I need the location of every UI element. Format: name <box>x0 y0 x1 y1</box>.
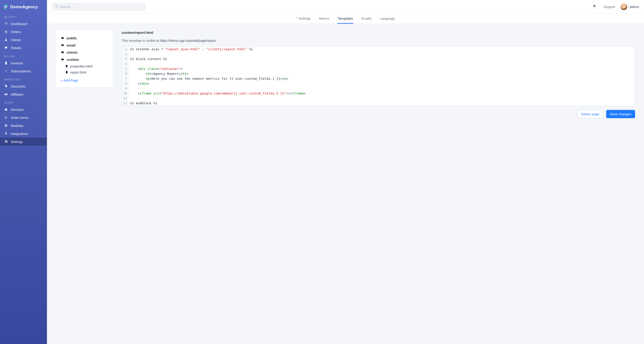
list-icon <box>4 115 8 119</box>
file-icon <box>65 64 68 68</box>
tab-label: Emails <box>361 16 372 20</box>
sidebar-item-modules[interactable]: Modules <box>0 121 47 130</box>
nav-label: Discounts <box>11 84 26 88</box>
section-label-billing: BILLING <box>0 52 47 59</box>
code-editor[interactable]: 1{% extends ajax ? "layout_ajax.html" : … <box>122 46 635 106</box>
tag-icon <box>4 84 8 88</box>
refresh-icon <box>4 69 8 73</box>
nav-label: Tickets <box>11 46 21 50</box>
sidebar: DemoAgency ACTIVITY Dashboard Orders Cli… <box>0 0 47 344</box>
visible-url[interactable]: https://demo.spp.io/portal/page/report <box>160 39 216 42</box>
document-icon <box>4 61 8 65</box>
tab-menus[interactable]: Menus <box>319 14 330 24</box>
sidebar-item-settings[interactable]: Settings <box>0 138 47 146</box>
sidebar-item-clients[interactable]: Clients <box>0 36 47 44</box>
code-line[interactable]: <div class="container"> <box>128 66 635 71</box>
gear-icon <box>4 140 8 144</box>
tab-language[interactable]: Language <box>380 14 395 24</box>
tab-emails[interactable]: Emails <box>361 14 372 24</box>
search-input[interactable] <box>60 5 143 9</box>
nav-label: Affiliates <box>11 92 23 96</box>
user-icon <box>4 38 8 42</box>
code-line[interactable]: <p>Here you can see the newest metrics f… <box>128 76 635 81</box>
user-menu[interactable]: Admin <box>620 3 639 10</box>
cart-icon <box>4 30 8 34</box>
line-number: 6 <box>122 71 128 76</box>
code-line[interactable]: </div> <box>128 81 635 86</box>
code-line[interactable] <box>128 86 635 91</box>
file-label: report.html <box>70 70 86 74</box>
code-line[interactable]: <h1>Agency Report</h1> <box>128 71 635 76</box>
sidebar-item-tickets[interactable]: Tickets <box>0 44 47 52</box>
sidebar-item-integrations[interactable]: Integrations <box>0 130 47 138</box>
sidebar-item-affiliates[interactable]: Affiliates <box>0 90 47 98</box>
code-line[interactable] <box>128 52 635 56</box>
template-visible-note: This template is visible at https://demo… <box>122 39 635 42</box>
folder-label: custom <box>67 58 79 62</box>
sidebar-item-discounts[interactable]: Discounts <box>0 82 47 90</box>
section-label-setup: SETUP <box>0 98 47 105</box>
line-number: 5 <box>122 66 128 71</box>
folder-custom[interactable]: custom <box>61 56 108 63</box>
line-number: 8 <box>122 81 128 86</box>
nav-label: Services <box>11 108 24 111</box>
brand-logo-icon <box>4 5 8 9</box>
line-number: 7 <box>122 76 128 81</box>
section-label-activity: ACTIVITY <box>0 12 47 20</box>
folder-clients[interactable]: clients <box>61 49 108 56</box>
sidebar-item-dashboard[interactable]: Dashboard <box>0 20 47 28</box>
tachometer-icon <box>4 22 8 26</box>
plug-icon <box>4 132 8 136</box>
code-line[interactable]: <iframe src="https://datastudio.google.c… <box>128 91 635 96</box>
nav-label: Invoices <box>11 61 23 65</box>
line-number: 9 <box>122 86 128 91</box>
template-path: custom/report.html <box>122 30 635 35</box>
code-line[interactable]: {% block content %} <box>128 56 635 61</box>
add-page-button[interactable]: + Add Page <box>61 75 108 82</box>
delete-page-button[interactable]: Delete page <box>577 110 603 118</box>
nav-label: Modules <box>11 124 24 128</box>
editor-actions: Delete page Save changes <box>122 110 635 118</box>
save-changes-button[interactable]: Save changes <box>606 110 635 118</box>
folder-email[interactable]: email <box>61 42 108 49</box>
support-link[interactable]: Support <box>601 3 618 10</box>
notifications-button[interactable] <box>590 3 598 10</box>
file-report[interactable]: report.html <box>61 69 108 75</box>
sidebar-item-invoices[interactable]: Invoices <box>0 59 47 67</box>
handshake-icon <box>4 92 8 96</box>
nav-label: Order forms <box>11 116 28 119</box>
line-number: 2 <box>122 52 128 56</box>
code-line[interactable] <box>128 61 635 66</box>
chevron-left-icon: › <box>296 16 297 20</box>
sidebar-item-orders[interactable]: Orders <box>0 28 47 36</box>
search-box[interactable] <box>52 3 146 11</box>
tab-back-settings[interactable]: ›Settings <box>296 14 311 24</box>
folder-public[interactable]: public <box>61 35 108 42</box>
folder-icon <box>61 43 64 47</box>
folder-label: clients <box>67 50 78 54</box>
folder-icon <box>61 51 64 54</box>
nav-label: Dashboard <box>11 22 27 26</box>
sidebar-item-subscriptions[interactable]: Subscriptions <box>0 67 47 75</box>
brand[interactable]: DemoAgency <box>0 3 47 12</box>
sidebar-item-order-forms[interactable]: Order forms <box>0 113 47 121</box>
chat-icon <box>4 46 8 50</box>
tab-templates[interactable]: Templates <box>337 14 353 24</box>
visible-prefix: This template is visible at <box>122 39 160 42</box>
nav-label: Clients <box>11 38 21 42</box>
nav-label: Subscriptions <box>11 69 31 73</box>
code-line[interactable] <box>128 96 635 101</box>
tab-label: Settings <box>298 16 310 20</box>
line-number: 11 <box>122 96 128 101</box>
code-line[interactable]: {% endblock %} <box>128 101 635 106</box>
tab-label: Templates <box>338 16 353 20</box>
section-label-marketing: MARKETING <box>0 75 47 82</box>
code-line[interactable]: {% extends ajax ? "layout_ajax.html" : "… <box>128 47 635 52</box>
file-label: properties.html <box>70 64 92 68</box>
sidebar-item-services[interactable]: Services <box>0 105 47 113</box>
file-properties[interactable]: properties.html <box>61 63 108 69</box>
file-icon <box>65 71 68 74</box>
nav-label: Integrations <box>11 132 28 136</box>
grid-icon <box>4 123 8 128</box>
folder-icon <box>61 36 64 40</box>
